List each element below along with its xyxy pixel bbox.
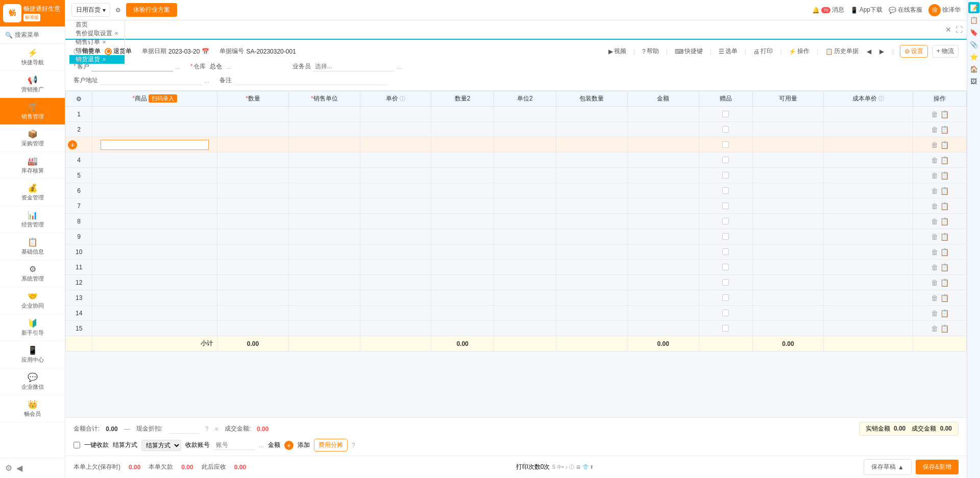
tab-close-sales_order[interactable]: ✕ <box>102 39 106 45</box>
gift-checkbox[interactable] <box>722 279 729 286</box>
pkg-cell[interactable] <box>556 183 628 198</box>
column-settings-btn[interactable]: ⚙ 设置 <box>900 45 928 58</box>
pkg-cell[interactable] <box>556 290 628 306</box>
qty-cell[interactable] <box>217 168 289 183</box>
gift-cell[interactable] <box>699 137 752 153</box>
gift-checkbox[interactable] <box>722 233 729 240</box>
gift-cell[interactable] <box>699 321 752 336</box>
fee-help-icon[interactable]: ? <box>352 442 355 449</box>
product-cell[interactable] <box>92 183 217 198</box>
unit-cell[interactable] <box>288 229 360 244</box>
tab-close-sales_delivery[interactable]: ✕ <box>96 48 100 54</box>
gift-cell[interactable] <box>699 229 752 244</box>
qty2-cell[interactable] <box>431 306 494 321</box>
delete-row-icon[interactable]: 🗑 <box>931 141 938 149</box>
select-btn[interactable]: ☰ 选单 <box>717 46 740 57</box>
cost-cell[interactable] <box>824 137 913 153</box>
qty2-cell[interactable] <box>431 244 494 260</box>
available-cell[interactable] <box>752 153 824 168</box>
copy-row-icon[interactable]: 📋 <box>940 233 949 241</box>
qty2-cell[interactable] <box>431 275 494 290</box>
delete-row-icon[interactable]: 🗑 <box>931 125 938 134</box>
customer-picker-icon[interactable]: ... <box>175 63 180 70</box>
copy-row-icon[interactable]: 📋 <box>940 171 949 180</box>
topbar-settings-icon[interactable]: ⚙ <box>112 5 124 16</box>
qty-cell[interactable] <box>217 321 289 336</box>
cost-cell[interactable] <box>824 260 913 275</box>
pkg-cell[interactable] <box>556 321 628 336</box>
sidebar-search-item[interactable]: 🔍 搜索菜单 <box>0 27 65 44</box>
price-cell[interactable] <box>360 290 431 306</box>
qty2-cell[interactable] <box>431 198 494 214</box>
app-download-item[interactable]: 📱 App下载 <box>850 6 883 14</box>
copy-row-icon[interactable]: 📋 <box>940 187 949 195</box>
gift-checkbox[interactable] <box>722 126 729 133</box>
warehouse-picker-icon[interactable]: ... <box>226 63 231 70</box>
amount-cell[interactable] <box>627 275 699 290</box>
available-cell[interactable] <box>752 137 824 153</box>
cost-cell[interactable] <box>824 229 913 244</box>
cost-cell[interactable] <box>824 168 913 183</box>
tab-home[interactable]: 首页 <box>69 20 125 29</box>
unit2-cell[interactable] <box>494 183 556 198</box>
sidebar-item-inventory[interactable]: 🏭库存核算 <box>0 152 65 179</box>
remarks-input[interactable] <box>234 76 387 85</box>
account-picker-icon[interactable]: ... <box>259 442 264 449</box>
qty-cell[interactable] <box>217 229 289 244</box>
pkg-cell[interactable] <box>556 137 628 153</box>
unit2-cell[interactable] <box>494 244 556 260</box>
cost-info-icon[interactable]: ⓘ <box>878 95 884 102</box>
next-doc-btn[interactable]: ▶ <box>877 47 886 56</box>
tab-close-price_setting[interactable]: ✕ <box>114 31 118 36</box>
cost-cell[interactable] <box>824 275 913 290</box>
cost-cell[interactable] <box>824 153 913 168</box>
expand-icon[interactable]: ⛶ <box>955 26 963 34</box>
cost-cell[interactable] <box>824 290 913 306</box>
delete-row-icon[interactable]: 🗑 <box>931 248 938 256</box>
qty-cell[interactable] <box>217 260 289 275</box>
product-cell[interactable] <box>92 229 217 244</box>
amount-cell[interactable] <box>627 321 699 336</box>
cost-cell[interactable] <box>824 198 913 214</box>
copy-row-icon[interactable]: 📋 <box>940 263 949 271</box>
gift-checkbox[interactable] <box>722 111 729 117</box>
qty-cell[interactable] <box>217 244 289 260</box>
unit2-cell[interactable] <box>494 214 556 229</box>
delete-row-icon[interactable]: 🗑 <box>931 156 938 164</box>
copy-row-icon[interactable]: 📋 <box>940 279 949 287</box>
qty2-cell[interactable] <box>431 290 494 306</box>
price-cell[interactable] <box>360 244 431 260</box>
copy-row-icon[interactable]: 📋 <box>940 294 949 302</box>
cost-cell[interactable] <box>824 214 913 229</box>
add-row-btn[interactable]: + <box>68 140 77 149</box>
sidebar-item-finance[interactable]: 💰资金管理 <box>0 179 65 206</box>
pkg-cell[interactable] <box>556 122 628 137</box>
unit-cell[interactable] <box>288 137 360 153</box>
pkg-cell[interactable] <box>556 107 628 122</box>
amount-cell[interactable] <box>627 137 699 153</box>
unit-cell[interactable] <box>288 122 360 137</box>
available-cell[interactable] <box>752 306 824 321</box>
product-cell[interactable] <box>92 137 217 153</box>
qty-cell[interactable] <box>217 214 289 229</box>
available-cell[interactable] <box>752 275 824 290</box>
available-cell[interactable] <box>752 107 824 122</box>
product-cell[interactable] <box>92 260 217 275</box>
rt-note-icon[interactable]: 📝 <box>968 2 979 13</box>
amount-cell[interactable] <box>627 229 699 244</box>
copy-row-icon[interactable]: 📋 <box>940 202 949 210</box>
qty2-cell[interactable] <box>431 137 494 153</box>
unit2-cell[interactable] <box>494 290 556 306</box>
qty-cell[interactable] <box>217 137 289 153</box>
qty-cell[interactable] <box>217 290 289 306</box>
address-picker-icon[interactable]: ... <box>204 77 209 84</box>
qty-cell[interactable] <box>217 107 289 122</box>
product-cell[interactable] <box>92 153 217 168</box>
discount-input[interactable] <box>168 424 199 434</box>
unit-cell[interactable] <box>288 183 360 198</box>
gift-cell[interactable] <box>699 290 752 306</box>
sidebar-item-basic_info[interactable]: 📋基础信息 <box>0 233 65 260</box>
pkg-cell[interactable] <box>556 229 628 244</box>
gift-cell[interactable] <box>699 275 752 290</box>
sidebar-item-app_center[interactable]: 📱应用中心 <box>0 341 65 368</box>
